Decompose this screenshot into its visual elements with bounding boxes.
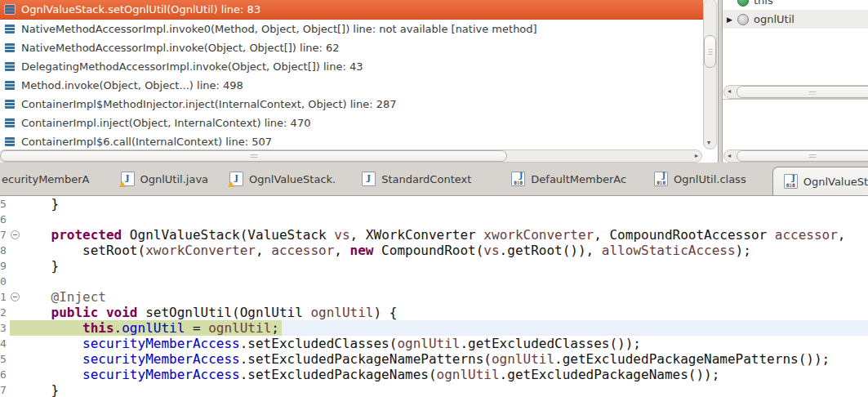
stack-vertical-scrollbar[interactable]: ▾ [703, 0, 717, 149]
code-line[interactable]: 5 securityMemberAccess.setExcludedPackag… [0, 351, 868, 367]
variables-horizontal-scrollbar[interactable]: ◂ [723, 85, 868, 99]
fold-gutter [10, 336, 20, 351]
line-number[interactable]: 7 [0, 227, 10, 243]
stack-frame[interactable]: DelegatingMethodAccessorImpl.invoke(Obje… [0, 57, 703, 76]
binary-label: 010 [655, 180, 667, 185]
detail-horizontal-scrollbar[interactable]: ◂ [723, 149, 868, 163]
code-text: this.ognlUtil = ognlUtil; [20, 320, 868, 336]
stack-frame[interactable]: ContainerImpl$MethodInjector.inject(Inte… [0, 95, 703, 114]
line-number[interactable]: 8 [0, 243, 10, 258]
stack-frame[interactable]: ContainerImpl$6.call(InternalContext) li… [0, 132, 703, 151]
scroll-left-icon[interactable]: ◂ [728, 88, 731, 95]
code-editor[interactable]: 5 }67 protected OgnlValueStack(ValueStac… [0, 196, 868, 397]
code-line[interactable]: 4 securityMemberAccess.setExcludedClasse… [0, 336, 868, 351]
fold-gutter[interactable] [10, 227, 20, 243]
code-line[interactable]: 8 setRoot(xworkConverter, accessor, new … [0, 243, 868, 258]
scroll-right-icon[interactable]: ▸ [695, 153, 698, 159]
variables-list: this▶ognlUtil [723, 0, 868, 29]
scrollbar-thumb[interactable] [0, 150, 507, 162]
variable-detail-pane[interactable] [723, 99, 868, 149]
class-file-icon: J010 [784, 174, 798, 189]
expand-arrow-icon[interactable]: ▶ [727, 16, 737, 24]
fold-gutter [10, 351, 20, 367]
editor-tab[interactable]: JStandardContext [351, 163, 482, 195]
code-text: public void setOgnlUtil(OgnlUtil ognlUti… [20, 305, 868, 320]
fold-collapse-icon[interactable] [11, 230, 20, 239]
line-number[interactable]: 0 [0, 274, 10, 289]
stack-frame-label: OgnlValueStack.setOgnlUtil(OgnlUtil) lin… [21, 3, 260, 16]
line-number[interactable]: 3 [0, 320, 10, 336]
code-line[interactable]: 6 securityMemberAccess.setExcludedPackag… [0, 367, 868, 382]
code-line[interactable]: 1 @Inject [0, 289, 868, 305]
editor-tab[interactable]: JOgnlValueStack. [219, 163, 346, 195]
fold-gutter[interactable] [10, 289, 20, 305]
scroll-left-icon[interactable]: ◂ [728, 153, 731, 159]
code-text: securityMemberAccess.setExcludedPackageN… [20, 367, 868, 382]
stack-frame[interactable]: NativeMethodAccessorImpl.invoke(Object, … [0, 38, 703, 57]
stack-frame[interactable]: NativeMethodAccessorImpl.invoke0(Method,… [0, 20, 703, 38]
line-number[interactable]: 7 [0, 382, 10, 397]
fold-gutter [10, 320, 20, 336]
code-text: setRoot(xworkConverter, accessor, new Co… [20, 243, 868, 258]
stack-frame[interactable]: Method.invoke(Object, Object...) line: 4… [0, 76, 703, 95]
code-text: } [20, 382, 868, 397]
warning-overlay-icon [228, 181, 234, 187]
code-line[interactable]: 7 protected OgnlValueStack(ValueStack vs… [0, 227, 868, 243]
stack-frame-label: ContainerImpl$MethodInjector.inject(Inte… [21, 98, 396, 110]
code-line[interactable]: 9 } [0, 258, 868, 274]
stack-frame-icon [5, 118, 15, 127]
binary-label: 010 [512, 180, 524, 185]
scroll-down-icon[interactable]: ▾ [707, 140, 710, 146]
fold-collapse-icon[interactable] [11, 292, 20, 301]
scrollbar-thumb[interactable] [737, 86, 868, 98]
line-number[interactable]: 6 [0, 367, 10, 382]
scrollbar-thumb[interactable] [737, 150, 868, 162]
variable-type-icon [737, 0, 749, 7]
current-instruction-highlight: this.ognlUtil = ognlUtil; [20, 320, 282, 336]
java-file-icon: J [229, 172, 243, 186]
variables-panel: this▶ognlUtil ◂ ◂ [722, 0, 868, 164]
line-number[interactable]: 6 [0, 212, 10, 227]
tab-label: StandardContext [381, 173, 471, 185]
stack-frame-label: ContainerImpl$6.call(InternalContext) li… [21, 136, 272, 148]
editor-tab[interactable]: JOgnlUtil.java [110, 163, 220, 195]
debug-stack-panel: OgnlValueStack.setOgnlUtil(OgnlUtil) lin… [0, 0, 719, 164]
code-text: securityMemberAccess.setExcludedClasses(… [20, 336, 868, 351]
code-line[interactable]: 0 [0, 274, 868, 289]
java-letter: J [363, 172, 375, 183]
variable-row[interactable]: this [723, 0, 868, 10]
code-line[interactable]: 2 public void setOgnlUtil(OgnlUtil ognlU… [0, 305, 868, 320]
line-number[interactable]: 2 [0, 305, 10, 320]
line-number[interactable]: 9 [0, 258, 10, 274]
editor-tab[interactable]: J010OgnlUtil.class [643, 163, 757, 195]
editor-tab[interactable]: J010OgnlValueStack.✕ [772, 167, 868, 195]
code-text: securityMemberAccess.setExcludedPackageN… [20, 351, 868, 367]
editor-tab[interactable]: J010DefaultMemberAc [501, 163, 637, 195]
scrollbar-thumb[interactable] [704, 35, 716, 68]
stack-frame-list: OgnlValueStack.setOgnlUtil(OgnlUtil) lin… [0, 0, 703, 151]
stack-frame[interactable]: ContainerImpl.inject(Object, InternalCon… [0, 114, 703, 132]
code-text: @Inject [20, 289, 868, 305]
tab-label: OgnlValueStack. [249, 173, 336, 185]
tab-label: OgnlUtil.class [674, 173, 746, 185]
java-file-icon: J [362, 172, 376, 186]
line-number[interactable]: 5 [0, 196, 10, 212]
stack-horizontal-scrollbar[interactable]: ▸ [0, 149, 702, 163]
code-line[interactable]: 3 this.ognlUtil = ognlUtil; [0, 320, 868, 336]
stack-frame-icon [5, 25, 15, 33]
fold-gutter [10, 274, 20, 289]
fold-gutter [10, 258, 20, 274]
stack-frame-label: Method.invoke(Object, Object...) line: 4… [21, 79, 243, 91]
line-number[interactable]: 1 [0, 289, 10, 305]
variable-row[interactable]: ▶ognlUtil [723, 10, 868, 29]
code-line[interactable]: 5 } [0, 196, 868, 212]
editor-tab[interactable]: ecurityMemberA [0, 163, 100, 195]
variable-type-icon [737, 14, 749, 25]
code-line[interactable]: 7 } [0, 382, 868, 397]
line-number[interactable]: 4 [0, 336, 10, 351]
tab-label: OgnlUtil.java [140, 173, 209, 185]
stack-frame[interactable]: OgnlValueStack.setOgnlUtil(OgnlUtil) lin… [0, 0, 703, 20]
line-number[interactable]: 5 [0, 351, 10, 367]
code-line[interactable]: 6 [0, 212, 868, 227]
stack-frame-label: ContainerImpl.inject(Object, InternalCon… [21, 117, 310, 129]
